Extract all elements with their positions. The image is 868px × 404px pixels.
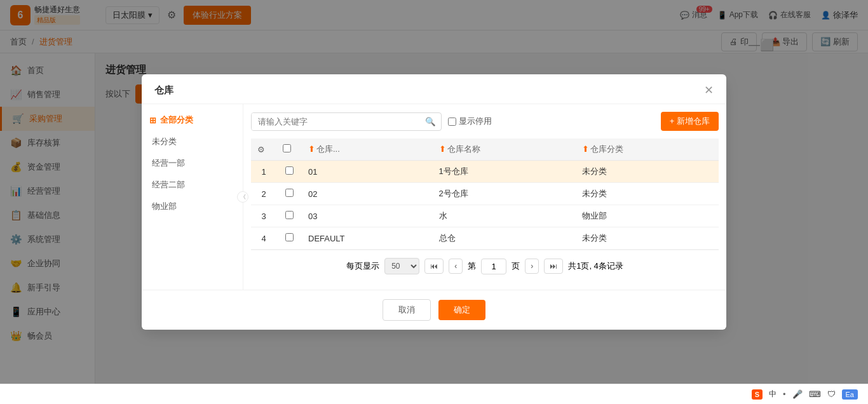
category-operation1[interactable]: 经营一部 [142,152,243,174]
table-container: ⚙ ⬆仓库... ⬆仓库名称 ⬆仓库分类 1 01 [251,138,719,250]
row-name-3: 水 [433,205,576,227]
modal-header: 仓库 ✕ [142,74,726,104]
row-cat-4: 未分类 [576,227,719,250]
row-num-2: 2 [251,183,276,205]
warehouse-modal: 仓库 ✕ ⊞ 全部分类 未分类 经营一部 经营二部 物业部 《 [142,74,726,330]
table-toolbar: 🔍 显示停用 + 新增仓库 [251,112,719,131]
grid-icon: ⊞ [149,116,156,125]
row-code-2: 02 [302,183,433,205]
modal-close-button[interactable]: ✕ [704,83,714,97]
shield-icon: 🛡 [827,389,836,399]
row-checkbox-3[interactable] [285,211,294,219]
pagination: 每页显示 50 20 100 ⏮ ‹ 第 页 › ⏭ 共1页, 4条记录 [251,250,719,282]
ea-label: Ea [842,389,858,400]
last-page-button[interactable]: ⏭ [544,259,563,274]
row-check-3 [276,205,302,227]
modal-body: ⊞ 全部分类 未分类 经营一部 经营二部 物业部 《 🔍 [142,104,726,290]
th-name: ⬆仓库名称 [433,138,576,161]
table-row[interactable]: 2 02 2号仓库 未分类 [251,183,719,205]
next-page-button[interactable]: › [525,259,539,274]
th-category: ⬆仓库分类 [576,138,719,161]
sort-icon-cat: ⬆ [582,144,589,154]
th-settings: ⚙ [251,138,276,161]
all-categories-header[interactable]: ⊞ 全部分类 [142,109,243,131]
row-check-4 [276,227,302,250]
per-page-select[interactable]: 50 20 100 [384,258,419,274]
table-panel: 🔍 显示停用 + 新增仓库 ⚙ [243,104,726,290]
sort-icon-code: ⬆ [308,144,315,154]
status-icons: S 中 • 🎤 ⌨ 🛡 Ea [752,389,858,400]
modal-title: 仓库 [154,84,173,97]
row-num-1: 1 [251,161,276,183]
th-checkbox [276,138,302,161]
first-page-button[interactable]: ⏮ [424,259,444,274]
row-cat-1: 未分类 [576,161,719,183]
zh-icon: 中 [769,389,776,400]
row-num-4: 4 [251,227,276,250]
add-warehouse-button[interactable]: + 新增仓库 [661,112,719,131]
page-label: 第 [468,260,476,272]
show-disabled-checkbox-area: 显示停用 [448,116,492,127]
row-name-4: 总仓 [433,227,576,250]
row-code-3: 03 [302,205,433,227]
search-button[interactable]: 🔍 [420,113,441,130]
row-code-1: 01 [302,161,433,183]
dot-icon: • [783,389,786,399]
row-checkbox-4[interactable] [285,233,294,241]
modal-overlay: 仓库 ✕ ⊞ 全部分类 未分类 经营一部 经营二部 物业部 《 [0,0,868,404]
page-unit: 页 [512,260,520,272]
row-num-3: 3 [251,205,276,227]
total-info: 共1页, 4条记录 [568,260,623,272]
row-check-1 [276,161,302,183]
th-code: ⬆仓库... [302,138,433,161]
show-disabled-label: 显示停用 [459,116,492,127]
confirm-button[interactable]: 确定 [438,300,485,320]
category-operation2[interactable]: 经营二部 [142,174,243,196]
show-disabled-checkbox[interactable] [448,118,456,126]
search-input[interactable] [252,113,420,130]
collapse-panel-button[interactable]: 《 [237,191,248,203]
row-check-2 [276,183,302,205]
table-row[interactable]: 1 01 1号仓库 未分类 [251,161,719,183]
status-bar: S 中 • 🎤 ⌨ 🛡 Ea [0,384,868,404]
row-cat-2: 未分类 [576,183,719,205]
prev-page-button[interactable]: ‹ [449,259,463,274]
row-checkbox-1[interactable] [285,166,294,175]
row-name-2: 2号仓库 [433,183,576,205]
all-categories-label: 全部分类 [160,114,193,126]
cancel-button[interactable]: 取消 [383,299,431,321]
modal-footer: 取消 确定 [142,290,726,330]
warehouse-table: ⚙ ⬆仓库... ⬆仓库名称 ⬆仓库分类 1 01 [251,138,719,250]
search-box: 🔍 [251,112,442,131]
mic-icon: 🎤 [792,389,803,399]
page-number-input[interactable] [481,259,506,274]
row-name-1: 1号仓库 [433,161,576,183]
table-row[interactable]: 3 03 水 物业部 [251,205,719,227]
row-cat-3: 物业部 [576,205,719,227]
row-code-4: DEFAULT [302,227,433,250]
select-all-checkbox[interactable] [283,144,291,152]
table-body: 1 01 1号仓库 未分类 2 02 2号仓库 [251,161,719,250]
category-panel: ⊞ 全部分类 未分类 经营一部 经营二部 物业部 《 [142,104,243,290]
category-unclassified[interactable]: 未分类 [142,131,243,152]
table-header: ⚙ ⬆仓库... ⬆仓库名称 ⬆仓库分类 [251,138,719,161]
category-property[interactable]: 物业部 [142,196,243,217]
sort-icon-name: ⬆ [439,144,446,154]
s-logo-icon: S [752,389,763,400]
per-page-label: 每页显示 [346,260,379,272]
table-row[interactable]: 4 DEFAULT 总仓 未分类 [251,227,719,250]
row-checkbox-2[interactable] [285,189,294,197]
keyboard-icon: ⌨ [809,389,821,399]
